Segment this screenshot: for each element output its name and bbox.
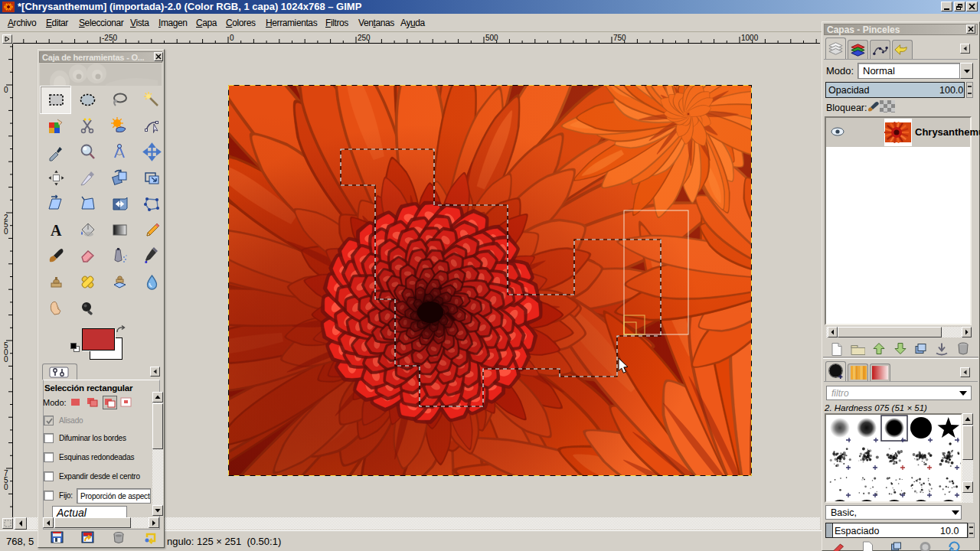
- svg-text:0: 0: [4, 355, 8, 364]
- svg-text:0: 0: [4, 483, 8, 491]
- svg-text:-250: -250: [102, 34, 117, 42]
- svg-text:0: 0: [230, 34, 234, 42]
- svg-text:A: A: [51, 222, 62, 239]
- svg-text:0: 0: [4, 227, 8, 236]
- svg-text:1000: 1000: [741, 34, 759, 42]
- svg-text:0: 0: [4, 86, 8, 94]
